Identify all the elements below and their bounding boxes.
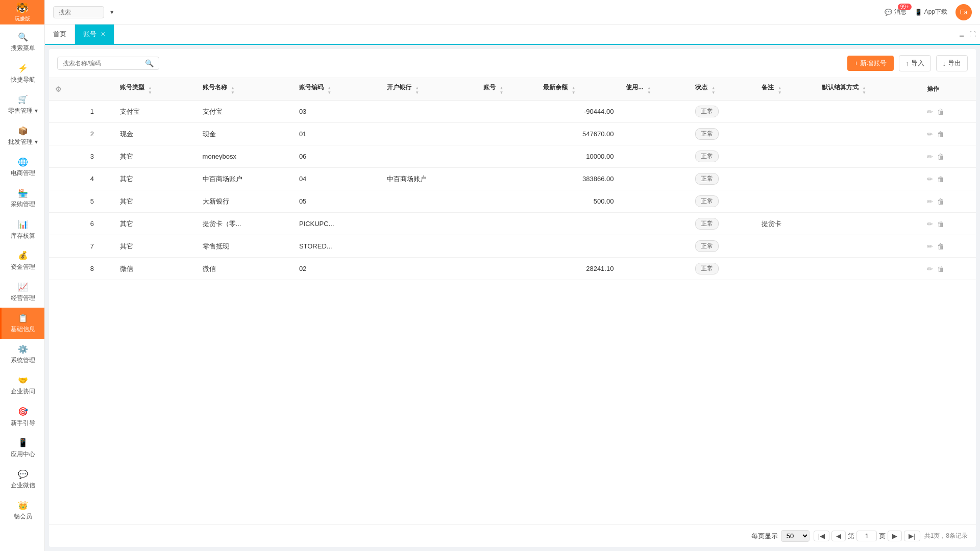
message-button[interactable]: 💬 消息 99+	[885, 8, 906, 16]
sidebar-item-basic-info[interactable]: 📋基础信息	[0, 308, 44, 339]
col-usage[interactable]: 使用... ▲▼	[620, 78, 689, 101]
sidebar-item-purchase-mgmt[interactable]: 🏪采购管理	[0, 183, 44, 214]
col-bank[interactable]: 开户银行 ▲▼	[381, 78, 477, 101]
cell-name: 大新银行	[197, 190, 293, 213]
prev-page-button[interactable]: ◀	[831, 531, 846, 541]
sidebar-item-wholesale-mgmt[interactable]: 📦批发管理 ▾	[0, 120, 44, 152]
sidebar-item-member[interactable]: 👑畅会员	[0, 495, 44, 526]
cell-name: 中百商场账户	[197, 168, 293, 190]
cell-code: 03	[293, 101, 381, 123]
col-type[interactable]: 账号类型 ▲▼	[114, 78, 197, 101]
page-input[interactable]	[856, 531, 877, 541]
cell-name: 现金	[197, 123, 293, 145]
cell-balance: 28241.10	[537, 258, 620, 280]
logo-subtitle: 玩赚版	[15, 15, 30, 22]
app-download-button[interactable]: 📱 App下载	[915, 8, 947, 16]
cell-bank	[381, 123, 477, 145]
tab-account[interactable]: 账号 ✕	[75, 24, 114, 44]
delete-button[interactable]: 🗑	[937, 220, 944, 228]
cell-index: 5	[84, 190, 114, 213]
delete-button[interactable]: 🗑	[937, 197, 944, 206]
edit-button[interactable]: ✏	[927, 108, 933, 116]
edit-button[interactable]: ✏	[927, 130, 933, 138]
sidebar-item-search-order[interactable]: 🔍搜索菜单	[0, 27, 44, 58]
avatar[interactable]: Ea	[955, 4, 972, 20]
topbar-search-input[interactable]	[53, 6, 104, 18]
sidebar-item-inventory[interactable]: 📊库存核算	[0, 214, 44, 245]
topbar-right: 💬 消息 99+ 📱 App下载 Ea	[885, 4, 972, 20]
sidebar-label-system-mgmt: 系统管理	[11, 356, 35, 365]
cell-usage	[620, 235, 689, 258]
tab-expand-icon[interactable]: ⛶	[969, 31, 976, 38]
export-button[interactable]: ↓ 导出	[936, 55, 968, 71]
action-buttons: ✏ 🗑	[927, 197, 970, 206]
add-account-button[interactable]: + 新增账号	[847, 56, 894, 71]
topbar: ▾ 💬 消息 99+ 📱 App下载 Ea	[45, 0, 980, 24]
sidebar-item-system-mgmt[interactable]: ⚙️系统管理	[0, 339, 44, 370]
app-icon: 📱	[915, 9, 922, 16]
sidebar-item-finance-mgmt[interactable]: 💰资金管理	[0, 245, 44, 276]
sidebar-icon-quick-nav: ⚡	[18, 63, 28, 74]
sidebar-icon-wholesale-mgmt: 📦	[18, 126, 28, 137]
cell-bank: 中百商场账户	[381, 168, 477, 190]
content-area: 🔍 + 新增账号 ↑ 导入 ↓ 导出	[45, 45, 980, 551]
cell-balance: 383866.00	[537, 168, 620, 190]
cell-code: 05	[293, 190, 381, 213]
next-page-button[interactable]: ▶	[888, 531, 902, 541]
col-remark[interactable]: 备注 ▲▼	[755, 78, 815, 101]
avatar-initials: Ea	[960, 9, 968, 16]
sidebar-item-ecom-mgmt[interactable]: 🌐电商管理	[0, 152, 44, 183]
cell-usage	[620, 190, 689, 213]
last-page-button[interactable]: ▶|	[904, 531, 920, 541]
total-info: 共1页，8条记录	[924, 532, 968, 540]
tab-account-close[interactable]: ✕	[101, 31, 106, 38]
sidebar-item-retail-mgmt[interactable]: 🛒零售管理 ▾	[0, 89, 44, 120]
cell-settings	[49, 101, 84, 123]
delete-button[interactable]: 🗑	[937, 265, 944, 273]
search-box[interactable]: 🔍	[57, 57, 159, 70]
delete-button[interactable]: 🗑	[937, 175, 944, 183]
col-code[interactable]: 账号编码 ▲▼	[293, 78, 381, 101]
sidebar-icon-app-center: 📱	[18, 437, 28, 448]
per-page-select[interactable]: 50 100 200	[781, 530, 810, 542]
col-account[interactable]: 账号 ▲▼	[477, 78, 537, 101]
cell-name: moneybosx	[197, 145, 293, 168]
cell-default-settle	[816, 145, 921, 168]
cell-balance	[537, 213, 620, 235]
edit-button[interactable]: ✏	[927, 265, 933, 273]
col-balance[interactable]: 最新余额 ▲▼	[537, 78, 620, 101]
cell-actions: ✏ 🗑	[921, 168, 976, 190]
tab-minimize-icon[interactable]: 🗕	[959, 31, 965, 38]
edit-button[interactable]: ✏	[927, 153, 933, 161]
first-page-button[interactable]: |◀	[814, 531, 829, 541]
col-default-settle[interactable]: 默认结算方式 ▲▼	[816, 78, 921, 101]
col-settings[interactable]: ⚙	[49, 78, 84, 101]
col-name[interactable]: 账号名称 ▲▼	[197, 78, 293, 101]
edit-button[interactable]: ✏	[927, 197, 933, 206]
delete-button[interactable]: 🗑	[937, 242, 944, 251]
sidebar-item-app-center[interactable]: 📱应用中心	[0, 432, 44, 463]
tab-home[interactable]: 首页	[45, 24, 75, 44]
topbar-dropdown[interactable]: ▾	[110, 8, 114, 16]
sidebar-item-corp-agreement[interactable]: 🤝企业协同	[0, 370, 44, 401]
import-button[interactable]: ↑ 导入	[899, 55, 931, 71]
edit-button[interactable]: ✏	[927, 220, 933, 228]
settings-icon[interactable]: ⚙	[55, 85, 62, 93]
cell-default-settle	[816, 168, 921, 190]
sidebar-icon-corp-agreement: 🤝	[18, 375, 28, 386]
delete-button[interactable]: 🗑	[937, 108, 944, 116]
edit-button[interactable]: ✏	[927, 175, 933, 183]
sidebar-item-quick-nav[interactable]: ⚡快捷导航	[0, 58, 44, 89]
cell-status: 正常	[689, 258, 755, 280]
action-buttons: ✏ 🗑	[927, 242, 970, 251]
cell-default-settle	[816, 235, 921, 258]
search-input[interactable]	[63, 60, 142, 67]
col-status[interactable]: 状态 ▲▼	[689, 78, 755, 101]
edit-button[interactable]: ✏	[927, 242, 933, 251]
sidebar-item-newbie-guide[interactable]: 🎯新手引导	[0, 401, 44, 432]
sidebar-item-corp-wechat[interactable]: 💬企业微信	[0, 464, 44, 495]
delete-button[interactable]: 🗑	[937, 153, 944, 161]
sidebar-item-ops-mgmt[interactable]: 📈经营管理	[0, 277, 44, 308]
delete-button[interactable]: 🗑	[937, 130, 944, 138]
message-badge: 99+	[898, 4, 912, 10]
